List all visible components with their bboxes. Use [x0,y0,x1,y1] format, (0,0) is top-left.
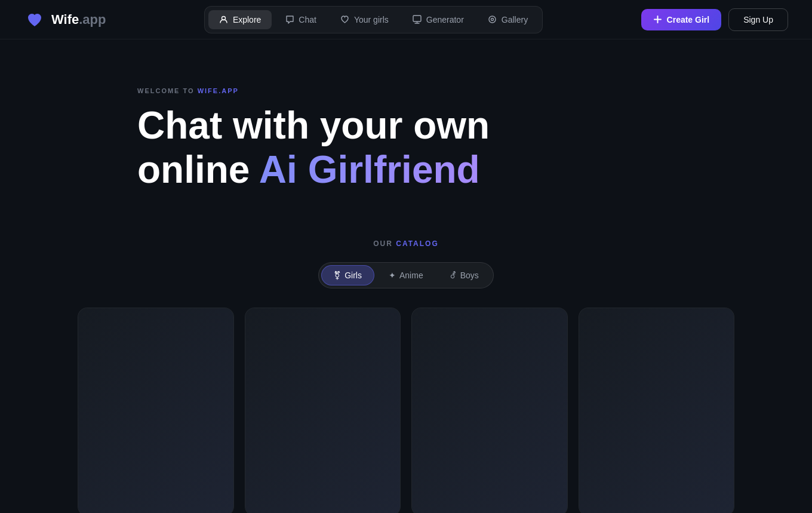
svg-point-2 [489,16,496,23]
boys-icon: ⚦ [450,271,457,280]
filter-tab-girls[interactable]: ⚧ Girls [321,265,374,285]
welcome-label: WELCOME TO WIFE.APP [137,87,675,94]
catalog-section: OUR CATALOG ⚧ Girls ✦ Anime ⚦ Boys [0,239,812,513]
generator-icon [413,15,422,24]
nav-right: Create Girl Sign Up [641,8,788,31]
anime-icon: ✦ [389,271,396,280]
filter-tab-anime[interactable]: ✦ Anime [377,266,435,285]
navbar: Wife.app Explore Chat [0,0,812,39]
nav-item-generator[interactable]: Generator [402,10,475,29]
filter-tab-group: ⚧ Girls ✦ Anime ⚦ Boys [318,262,494,288]
character-card[interactable] [78,308,234,513]
logo-text: Wife.app [51,12,106,27]
character-card[interactable] [245,308,401,513]
filter-tab-boys[interactable]: ⚦ Boys [438,266,491,285]
character-cards-grid [78,308,734,513]
nav-item-your-girls[interactable]: Your girls [330,10,399,29]
character-card[interactable] [579,308,735,513]
create-girl-button[interactable]: Create Girl [641,9,722,30]
svg-point-3 [491,19,494,21]
hero-title: Chat with your own online Ai Girlfriend [137,104,675,192]
character-card[interactable] [411,308,568,513]
svg-rect-1 [413,16,421,21]
gallery-icon [488,15,497,24]
heart-icon [340,15,350,24]
nav-item-gallery[interactable]: Gallery [477,10,539,29]
nav-item-explore[interactable]: Explore [208,10,272,29]
explore-icon [219,15,229,24]
sign-up-button[interactable]: Sign Up [728,8,788,31]
logo[interactable]: Wife.app [24,9,106,30]
filter-tabs: ⚧ Girls ✦ Anime ⚦ Boys [78,262,734,288]
nav-item-chat[interactable]: Chat [274,10,327,29]
catalog-label: OUR CATALOG [78,239,734,248]
logo-icon [24,9,45,30]
nav-links: Explore Chat Your girls [204,6,543,33]
chat-icon [285,15,294,24]
girls-icon: ⚧ [334,271,341,280]
hero-section: WELCOME TO WIFE.APP Chat with your own o… [0,39,812,228]
